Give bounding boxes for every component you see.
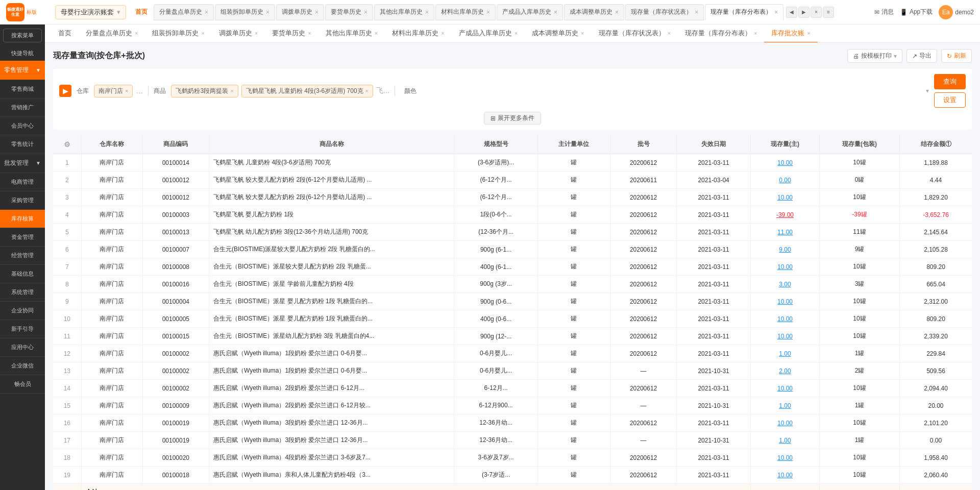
sec-nav-split[interactable]: 分量盘点单历史 × [79,24,145,43]
sidebar-item-retail-stats[interactable]: 零售统计 [0,135,45,154]
sidebar-item-ops[interactable]: 经营管理 [0,247,45,265]
sec-nav-home[interactable]: 首页 [51,24,79,43]
sidebar-item-ecommerce[interactable]: 电商管理 [0,173,45,191]
sidebar-item-member[interactable]: 会员中心 [0,117,45,135]
tab-stock-status[interactable]: 现存量（库存状况表） × [625,4,704,20]
close-sec-material-out[interactable]: × [441,30,444,36]
row-warehouse: 南岸门店 [81,397,142,414]
sidebar-item-corp[interactable]: 企业协同 [0,302,45,320]
tab-stock-dist[interactable]: 现存量（库存分布表） × [705,4,783,20]
close-tab-disassemble[interactable]: × [266,9,270,16]
product-tag-1-close[interactable]: × [230,88,233,94]
tab-product-in[interactable]: 产成品入库单历史 × [497,4,563,20]
row-amount: 2,060.40 [900,467,972,484]
row-expire: 2021-03-11 [677,310,751,328]
sec-nav-stock-status[interactable]: 现存量（库存状况表） × [592,24,678,43]
sidebar-item-retail-mall[interactable]: 零售商城 [0,80,45,99]
export-btn[interactable]: ↗ 导出 [906,49,937,63]
tab-split[interactable]: 分量盘点单历史 × [154,4,214,20]
message-btn[interactable]: ✉ 消息 [874,8,894,16]
close-sec-pick[interactable]: × [255,30,258,36]
sidebar-item-corpwechat[interactable]: 企业微信 [0,357,45,375]
close-sec-batch-voucher[interactable]: × [807,30,810,36]
sidebar-item-base[interactable]: 基础信息 [0,265,45,283]
close-sec-stock-dist[interactable]: × [754,30,757,36]
close-sec-split[interactable]: × [135,30,138,36]
close-sec-cost-adjust[interactable]: × [581,30,584,36]
sidebar-item-vip[interactable]: 畅会员 [0,375,45,394]
sec-nav-pick[interactable]: 调拨单历史 × [212,24,265,43]
row-batch: — [610,432,677,449]
product-more[interactable]: 飞... [376,86,389,95]
row-amount: 809.20 [900,310,972,328]
sidebar-item-appcenter[interactable]: 应用中心 [0,338,45,357]
row-warehouse: 南岸门店 [81,449,142,467]
sidebar-item-system[interactable]: 系统管理 [0,283,45,302]
tab-menu-btn[interactable]: ≡ [823,7,834,18]
tab-next-btn[interactable]: ▶ [798,7,810,18]
sidebar-item-marketing[interactable]: 营销推广 [0,99,45,117]
tab-require[interactable]: 要货单历史 × [325,4,373,20]
tab-prev-btn[interactable]: ◀ [786,7,797,18]
close-tab-product-in[interactable]: × [554,9,557,16]
row-spec: (6-12个月... [454,172,537,189]
filter-toggle-btn[interactable]: ▶ [59,85,71,97]
tab-pick[interactable]: 调拨单历史 × [276,4,324,20]
warehouse-tag-close[interactable]: × [125,88,128,94]
user-menu[interactable]: Ea demo2 [939,5,974,19]
close-tab-split[interactable]: × [205,9,208,16]
sec-nav-product-in[interactable]: 产成品入库单历史 × [452,24,525,43]
close-sec-other-out[interactable]: × [375,30,378,36]
sec-nav-other-out[interactable]: 其他出库单历史 × [318,24,385,43]
expand-more-btn[interactable]: ⊞ 展开更多条件 [484,112,541,125]
settings-btn[interactable]: 设置 [934,92,966,108]
tab-other-out[interactable]: 其他出库单历史 × [374,4,434,20]
close-tab-require[interactable]: × [364,9,368,16]
table-row: 19 南岸门店 00100018 惠氏启赋（Wyeth illuma）亲和人体儿… [53,467,972,484]
row-amount: 1,189.88 [900,154,972,172]
tab-close-btn[interactable]: × [811,7,822,18]
sidebar-item-newguide[interactable]: 新手引导 [0,320,45,338]
sec-nav-disassemble[interactable]: 组装拆卸单历史 × [145,24,211,43]
sidebar-item-finance[interactable]: 资金管理 [0,228,45,247]
tab-cost-adjust[interactable]: 成本调整单历史 × [564,4,624,20]
color-input[interactable] [422,87,921,94]
warehouse-more[interactable]: … [136,87,143,95]
sec-nav-material-out[interactable]: 材料出库单历史 × [385,24,451,43]
tab-disassemble[interactable]: 组装拆卸单历史 × [215,4,275,20]
sidebar-item-purchase[interactable]: 采购管理 [0,191,45,210]
quick-nav-btn[interactable]: 快捷导航 [0,46,45,61]
industry-selector[interactable]: 母婴行业演示账套 ▾ [55,5,126,19]
close-sec-disassemble[interactable]: × [201,30,204,36]
query-btn[interactable]: 查询 [934,74,966,89]
sec-nav-cost-adjust[interactable]: 成本调整单历史 × [525,24,591,43]
sidebar-item-inventory[interactable]: 库存核算 [0,210,45,228]
app-download-btn[interactable]: 📱 App下载 [900,8,933,16]
table-row: 14 南岸门店 00100002 惠氏启赋（Wyeth illuma）2段奶粉 … [53,380,972,397]
table-row: 17 南岸门店 00100019 惠氏启赋（Wyeth illuma）3段奶粉 … [53,432,972,449]
close-tab-cost-adjust[interactable]: × [615,9,619,16]
close-tab-stock-status[interactable]: × [695,9,698,16]
sec-nav-require[interactable]: 要货单历史 × [265,24,318,43]
close-tab-stock-dist[interactable]: × [774,9,778,16]
refresh-btn[interactable]: ↻ 刷新 [941,49,972,63]
close-sec-stock-status[interactable]: × [668,30,671,36]
close-tab-other-out[interactable]: × [425,9,429,16]
sidebar-item-wholesale[interactable]: 批发管理▼ [0,154,45,173]
sec-nav-batch-voucher[interactable]: 库存批次账 × [764,24,817,43]
row-amount: 809.20 [900,258,972,276]
close-sec-require[interactable]: × [308,30,311,36]
close-tab-pick[interactable]: × [315,9,318,16]
tab-material-out[interactable]: 材料出库单历史 × [435,4,496,20]
sec-nav-stock-dist[interactable]: 现存量（库存分布表） × [678,24,764,43]
sidebar-item-retail-mgmt[interactable]: 零售管理 ▼ [0,61,45,80]
filter-collapse-icon[interactable]: ▾ [926,87,929,94]
close-sec-product-in[interactable]: × [514,30,518,36]
logo-text: 标版 [27,9,37,15]
search-menu-btn[interactable]: 搜索菜单 [3,29,42,42]
tab-home[interactable]: 首页 [130,4,153,20]
column-settings-icon[interactable]: ⚙ [64,140,70,149]
product-tag-2-close[interactable]: × [365,88,369,94]
close-tab-material-out[interactable]: × [486,9,490,16]
print-btn[interactable]: 🖨 按模板打印 ▾ [847,49,902,63]
